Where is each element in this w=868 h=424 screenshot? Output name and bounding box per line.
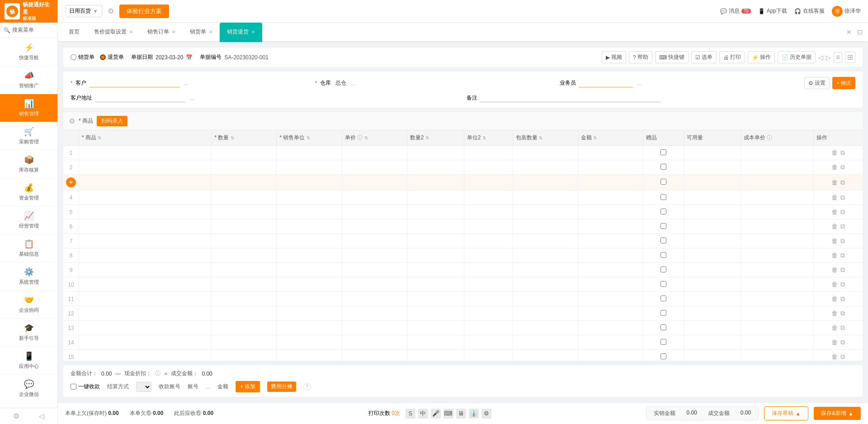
settings-bottom-icon[interactable]: ⚙ (13, 412, 19, 420)
unit-price-cell-3[interactable] (342, 175, 407, 191)
sidebar-item-operations[interactable]: 📈 经营管理 (0, 206, 57, 234)
sidebar-item-sales[interactable]: 📊 销售管理 (0, 94, 57, 122)
copy-row-5-icon[interactable]: ⧉ (840, 208, 845, 216)
one-key-pay-checkbox[interactable]: 一键收款 (71, 383, 100, 391)
tool-icon-5[interactable]: 🖥 (456, 409, 466, 419)
tab-home[interactable]: 首页 (61, 23, 87, 42)
quantity-cell-2[interactable] (212, 160, 277, 175)
tab-sales-return[interactable]: 销货退货 ✕ (220, 23, 262, 42)
unit2-cell-3[interactable] (464, 175, 513, 191)
unit2-cell-2[interactable] (464, 160, 513, 175)
cash-discount-info-icon[interactable]: ⓘ (155, 370, 160, 377)
sales-unit-cell-1[interactable] (277, 146, 342, 160)
remark-input[interactable] (480, 94, 661, 102)
amount-cell-3[interactable] (578, 175, 643, 191)
video-btn[interactable]: ▶ 视频 (602, 51, 626, 63)
amount-cell-1[interactable] (578, 146, 643, 160)
sales-bill-radio[interactable]: 销货单 (71, 53, 94, 61)
industry-dropdown[interactable]: 日用百货 ▼ (65, 5, 102, 17)
settlement-select[interactable] (136, 382, 151, 392)
delete-row-8-icon[interactable]: 🗑 (831, 252, 838, 259)
tool-icon-1[interactable]: S (406, 409, 415, 419)
maximize-icon[interactable]: ⊡ (855, 27, 864, 38)
quantity2-cell-1[interactable] (407, 146, 464, 160)
copy-row-12-icon[interactable]: ⧉ (840, 310, 845, 317)
product-cell-3[interactable] (79, 175, 212, 191)
warehouse-select-btn[interactable]: ... (351, 80, 355, 86)
grid-view-icon[interactable]: ⊞ (845, 52, 855, 63)
column-settings-icon[interactable]: ⚙ (69, 117, 75, 125)
delete-row-7-icon[interactable]: 🗑 (831, 237, 838, 245)
add-logistics-btn[interactable]: + 物流 (832, 77, 855, 89)
scan-input-btn[interactable]: 扫码录入 (97, 116, 127, 126)
quantity2-cell-3[interactable] (407, 175, 464, 191)
close-sales-order-tab[interactable]: ✕ (172, 29, 175, 34)
delete-row-4-icon[interactable]: 🗑 (831, 194, 838, 201)
amount-cell-2[interactable] (578, 160, 643, 175)
sidebar-search[interactable]: 🔍 搜索菜单 (0, 23, 57, 38)
calendar-icon[interactable]: 📅 (186, 54, 193, 61)
delete-row-5-icon[interactable]: 🗑 (831, 208, 838, 216)
history-btn[interactable]: 📄 历史单据 (778, 51, 816, 63)
copy-row-2-icon[interactable]: ⧉ (840, 163, 845, 171)
delete-row-14-icon[interactable]: 🗑 (831, 338, 838, 346)
cost-price-cell-1[interactable] (741, 146, 814, 160)
copy-row-8-icon[interactable]: ⧉ (840, 252, 845, 259)
close-all-tabs-icon[interactable]: ✕ (844, 27, 854, 38)
product-cell-2[interactable] (79, 160, 212, 175)
select-btn[interactable]: ☑ 选单 (691, 51, 717, 63)
quantity-cell-1[interactable] (212, 146, 277, 160)
tool-icon-6[interactable]: 👔 (469, 409, 479, 419)
experience-btn[interactable]: 体验行业方案 (119, 5, 169, 18)
sidebar-item-member[interactable]: 👑 畅会员 (0, 403, 57, 408)
available-cell-1[interactable] (684, 146, 741, 160)
online-service-btn[interactable]: 🎧 在线客服 (794, 7, 825, 15)
add-fee-btn[interactable]: + 添加 (236, 381, 260, 392)
delete-row-15-icon[interactable]: 🗑 (831, 353, 838, 361)
quantity-cell-3[interactable] (212, 175, 277, 191)
close-price-setting-tab[interactable]: ✕ (129, 29, 133, 34)
fee-help-icon[interactable]: ? (303, 383, 311, 391)
sidebar-item-wechat[interactable]: 💬 企业微信 (0, 375, 57, 403)
copy-row-13-icon[interactable]: ⧉ (840, 324, 845, 332)
unit-price-cell-1[interactable] (342, 146, 407, 160)
copy-row-11-icon[interactable]: ⧉ (840, 295, 845, 303)
copy-row-7-icon[interactable]: ⧉ (840, 237, 845, 245)
shortcut-btn[interactable]: ⌨ 快捷键 (655, 51, 689, 63)
delete-row-12-icon[interactable]: 🗑 (831, 310, 838, 317)
sidebar-item-quick-nav[interactable]: ⚡ 快捷导航 (0, 38, 57, 66)
tab-price-setting[interactable]: 售价提取设置 ✕ (87, 23, 140, 42)
sidebar-item-basic[interactable]: 📋 基础信息 (0, 234, 57, 262)
unit2-cell-1[interactable] (464, 146, 513, 160)
user-menu[interactable]: 徐 徐泽华 (832, 6, 861, 17)
product-cell-1[interactable] (79, 146, 212, 160)
list-view-icon[interactable]: ≡ (834, 52, 842, 63)
close-sales-delivery-tab[interactable]: ✕ (209, 29, 212, 34)
address-input[interactable] (95, 94, 185, 102)
delete-row-2-icon[interactable]: 🗑 (831, 163, 838, 171)
sidebar-item-inventory[interactable]: 📦 库存核算 (0, 150, 57, 178)
delete-row-1-icon[interactable]: 🗑 (831, 149, 838, 157)
delete-row-13-icon[interactable]: 🗑 (831, 324, 838, 332)
customer-select-btn[interactable]: ... (184, 80, 189, 86)
account-dots[interactable]: ... (206, 384, 210, 390)
sidebar-item-enterprise[interactable]: 🤝 企业协同 (0, 291, 57, 319)
copy-row-4-icon[interactable]: ⧉ (840, 194, 845, 201)
pack-qty-cell-3[interactable] (513, 175, 578, 191)
print-btn[interactable]: 🖨 打印 (719, 51, 745, 63)
delete-row-10-icon[interactable]: 🗑 (831, 281, 838, 288)
unit-price-cell-2[interactable] (342, 160, 407, 175)
customer-input[interactable] (89, 79, 179, 87)
delete-row-3-icon[interactable]: 🗑 (831, 179, 838, 186)
sidebar-item-marketing[interactable]: 📣 营销推广 (0, 66, 57, 94)
copy-row-15-icon[interactable]: ⧉ (840, 353, 845, 361)
operation-btn[interactable]: ⚡ 操作 (748, 51, 775, 63)
app-download-btn[interactable]: 📱 App下载 (758, 7, 787, 15)
copy-row-1-icon[interactable]: ⧉ (840, 149, 845, 157)
fee-split-btn[interactable]: 费用分摊 (267, 381, 296, 392)
help-btn[interactable]: ? 帮助 (629, 51, 652, 63)
tab-sales-delivery[interactable]: 销货单 ✕ (183, 23, 220, 42)
delete-row-11-icon[interactable]: 🗑 (831, 295, 838, 303)
staff-input[interactable] (579, 79, 633, 87)
pack-qty-cell-2[interactable] (513, 160, 578, 175)
